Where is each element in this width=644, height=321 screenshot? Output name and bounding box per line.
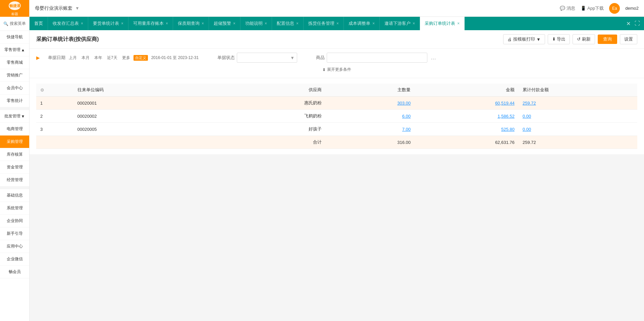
th-qty-label: 主数量	[397, 87, 411, 92]
mobile-icon: 📱	[581, 6, 586, 11]
sidebar-item-enterprise-wx[interactable]: 企业微信	[0, 253, 29, 266]
row1-paid-link[interactable]: 259.72	[523, 101, 536, 106]
row3-amount-link[interactable]: 525.80	[501, 127, 515, 132]
print-arrow-icon: ▼	[536, 37, 541, 42]
user-name[interactable]: demo2	[625, 6, 639, 11]
tab-caigou-close[interactable]: ×	[457, 21, 460, 26]
custom-date-badge[interactable]: 自定义	[133, 55, 148, 61]
status-select[interactable]	[237, 53, 297, 63]
sidebar-item-operation[interactable]: 经营管理	[0, 174, 29, 186]
sidebar-item-purchase[interactable]: 采购管理	[0, 136, 29, 148]
tab-chengben-close[interactable]: ×	[372, 21, 375, 26]
expand-label: 展开更多条件	[327, 67, 351, 72]
sidebar-item-enterprise[interactable]: 企业协同	[0, 215, 29, 227]
row3-qty-link[interactable]: 7.00	[402, 127, 411, 132]
search-button[interactable]: 🔍 搜索英单	[2, 19, 27, 28]
user-avatar[interactable]: Ea	[609, 3, 620, 14]
search-label: 搜索英单	[10, 21, 26, 26]
row2-supplier-text: 飞鹤奶粉	[304, 113, 322, 118]
tab-gongneng[interactable]: 功能说明 ×	[240, 17, 272, 30]
tab-gongneng-close[interactable]: ×	[265, 21, 267, 26]
sidebar-item-quicknav[interactable]: 快捷导航	[0, 31, 29, 44]
sidebar-item-newbie[interactable]: 新手引导	[0, 227, 29, 240]
tab-expand-button[interactable]: ⛶	[633, 19, 641, 28]
row2-qty-link[interactable]: 6.00	[402, 114, 411, 119]
message-button[interactable]: 💬 消息	[560, 5, 575, 11]
print-button[interactable]: 🖨 按模板打印 ▼	[503, 34, 545, 44]
tab-caigou-label: 采购订单统计表	[425, 20, 455, 26]
svg-text:畅捷通: 畅捷通	[9, 4, 20, 8]
row3-code-text: 00020005	[77, 127, 97, 132]
table-footer: 合计 316.00 62,631.76 259.72	[36, 136, 637, 149]
newbie-label: 新手引导	[7, 231, 23, 236]
status-filter-label: 单据状态	[217, 55, 235, 61]
row1-qty-link[interactable]: 303.00	[397, 101, 411, 106]
tab-close-all-button[interactable]: ✕	[625, 19, 632, 28]
date-shortcut-this-month[interactable]: 本月	[80, 54, 91, 61]
sidebar-item-member2[interactable]: 畅会员	[0, 266, 29, 278]
tab-keyongliang[interactable]: 可用量库存账本 ×	[128, 17, 173, 30]
tab-baozhi[interactable]: 保质期查询 ×	[173, 17, 209, 30]
breadcrumb: 母婴行业演示账套	[35, 5, 72, 11]
tab-shoufaxhz[interactable]: 收发存汇总表 ×	[48, 17, 88, 30]
sidebar-item-system[interactable]: 系统管理	[0, 202, 29, 215]
tab-baozhi-close[interactable]: ×	[202, 21, 204, 26]
filter-status-group: 单据状态 ▼	[217, 53, 297, 63]
tab-caigou[interactable]: 采购订单统计表 ×	[420, 17, 465, 30]
logo-text: 标题	[8, 12, 21, 16]
tab-home[interactable]: 首页	[30, 17, 48, 30]
sidebar-item-basic[interactable]: 基础信息	[0, 189, 29, 202]
breadcrumb-arrow[interactable]: ▼	[75, 6, 79, 11]
settings-button[interactable]: 设置	[620, 34, 637, 44]
sidebar-item-ecommerce[interactable]: 电商管理	[0, 123, 29, 136]
column-settings-icon[interactable]: ⚙	[40, 88, 44, 93]
tab-yaohuo[interactable]: 要货单统计表 ×	[88, 17, 128, 30]
goods-filter-input[interactable]	[327, 53, 427, 63]
row1-amount-link[interactable]: 60,519.44	[495, 101, 515, 106]
refresh-button[interactable]: ↺ 刷新	[573, 34, 595, 44]
tab-keyongliang-close[interactable]: ×	[166, 21, 168, 26]
sidebar-item-finance[interactable]: 资金管理	[0, 161, 29, 174]
tab-peizhi[interactable]: 配置信息 ×	[272, 17, 304, 30]
sidebar-item-retail-stat[interactable]: 零售统计	[0, 95, 29, 107]
query-button[interactable]: 查询	[598, 35, 617, 44]
tab-chaozhu-close[interactable]: ×	[233, 21, 235, 26]
tab-peizhi-close[interactable]: ×	[296, 21, 299, 26]
tab-tuohuo-close[interactable]: ×	[336, 21, 339, 26]
tab-shoufaxhz-close[interactable]: ×	[81, 21, 83, 26]
table-row: 2 00020002 飞鹤奶粉 6.00	[36, 110, 637, 123]
date-shortcut-7days[interactable]: 近7天	[106, 54, 119, 61]
row3-paid-link[interactable]: 0.00	[523, 127, 531, 132]
tab-shoufaxhz-label: 收发存汇总表	[53, 20, 79, 26]
row1-supplier-text: 惠氏奶粉	[304, 100, 322, 105]
tab-chengben[interactable]: 成本调整单 ×	[344, 17, 380, 30]
app-download-button[interactable]: 📱 App下载	[581, 5, 604, 11]
sidebar-item-app-center[interactable]: 应用中心	[0, 240, 29, 253]
sidebar-item-wholesale[interactable]: 批发管理 ▼	[0, 110, 29, 123]
tab-yaoqing-close[interactable]: ×	[413, 21, 415, 26]
export-button[interactable]: ⬇ 导出	[548, 34, 570, 44]
tab-yaohuo-label: 要货单统计表	[93, 20, 119, 26]
row2-paid-link[interactable]: 0.00	[523, 114, 531, 119]
sidebar-item-member[interactable]: 会员中心	[0, 82, 29, 95]
tab-chaozhu[interactable]: 超储预警 ×	[209, 17, 240, 30]
tab-yaoqing[interactable]: 邀请下游客户 ×	[380, 17, 420, 30]
sidebar-item-retail-shop[interactable]: 零售商城	[0, 56, 29, 69]
date-shortcut-last-month[interactable]: 上月	[67, 54, 78, 61]
topbar-right: 💬 消息 📱 App下载 Ea demo2	[560, 3, 639, 14]
tab-yaohuo-close[interactable]: ×	[121, 21, 123, 26]
date-shortcut-this-year[interactable]: 本年	[93, 54, 104, 61]
date-shortcuts: 上月 本月 本年 近7天 更多 自定义	[67, 54, 148, 61]
search-section[interactable]: 🔍 搜索英单	[0, 17, 29, 31]
expand-more-button[interactable]: ⬇ 展开更多条件	[322, 67, 351, 72]
tab-tuohuo[interactable]: 拣货任务管理 ×	[304, 17, 344, 30]
filter-expand-icon[interactable]: ▶	[36, 55, 40, 60]
finance-label: 资金管理	[7, 165, 23, 169]
sidebar-item-retail[interactable]: 零售管理 ▲	[0, 44, 29, 56]
goods-more-icon[interactable]: …	[429, 55, 437, 61]
date-shortcut-more[interactable]: 更多	[121, 54, 131, 61]
th-code-label: 往来单位编码	[77, 87, 104, 92]
sidebar-item-inventory[interactable]: 库存核算	[0, 148, 29, 161]
sidebar-item-marketing[interactable]: 营销推广	[0, 69, 29, 82]
row2-amount-link[interactable]: 1,586.52	[497, 114, 515, 119]
